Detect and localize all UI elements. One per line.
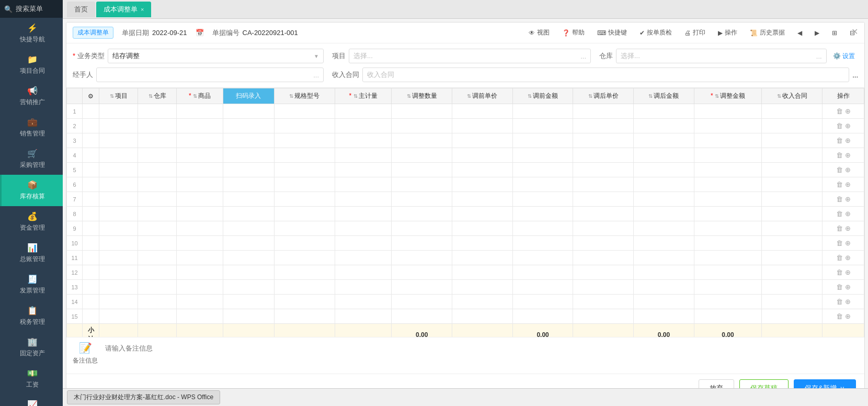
cell-warehouse-3[interactable] xyxy=(138,133,177,148)
cell-before_price-13[interactable] xyxy=(452,280,513,295)
settings-btn[interactable]: ⚙️ 设置 xyxy=(830,50,858,62)
cell-qty-11[interactable] xyxy=(392,251,452,265)
cell-spec-13[interactable] xyxy=(274,280,335,295)
cell-action-7[interactable]: 🗑⊕ xyxy=(823,192,864,207)
delete-icon-8[interactable]: 🗑 xyxy=(836,210,843,218)
project-input[interactable]: 选择... ... xyxy=(349,49,591,63)
cell-adjust_amount-3[interactable] xyxy=(694,133,762,148)
cell-after_amount-7[interactable] xyxy=(634,192,694,207)
delete-icon-13[interactable]: 🗑 xyxy=(836,283,843,291)
cell-product-1[interactable] xyxy=(177,104,223,119)
sidebar-item-purchase-mgmt[interactable]: 🛒采购管理 xyxy=(0,143,63,175)
cell-scan-3[interactable] xyxy=(223,133,274,148)
business-type-input[interactable]: 结存调整 ▼ xyxy=(108,49,324,63)
cell-income_contract-1[interactable] xyxy=(762,104,823,119)
cell-warehouse-6[interactable] xyxy=(138,177,177,192)
cell-product-12[interactable] xyxy=(177,265,223,280)
cell-unit-7[interactable] xyxy=(335,192,392,207)
cell-action-12[interactable]: 🗑⊕ xyxy=(823,265,864,280)
cell-before_amount-6[interactable] xyxy=(512,177,573,192)
cell-action-3[interactable]: 🗑⊕ xyxy=(823,133,864,148)
cell-scan-6[interactable] xyxy=(223,177,274,192)
cell-before_amount-9[interactable] xyxy=(512,221,573,236)
cell-action-4[interactable]: 🗑⊕ xyxy=(823,148,864,163)
delete-icon-5[interactable]: 🗑 xyxy=(836,166,843,174)
copy-icon-3[interactable]: ⊕ xyxy=(845,137,851,144)
cell-action-11[interactable]: 🗑⊕ xyxy=(823,251,864,265)
sidebar-item-fixed-assets[interactable]: 🏢固定资产 xyxy=(0,332,63,363)
cell-income_contract-9[interactable] xyxy=(762,221,823,236)
cell-adjust_amount-2[interactable] xyxy=(694,119,762,133)
cell-before_price-2[interactable] xyxy=(452,119,513,133)
cell-after_price-8[interactable] xyxy=(573,207,634,221)
cell-before_amount-2[interactable] xyxy=(512,119,573,133)
cell-income_contract-2[interactable] xyxy=(762,119,823,133)
cell-unit-10[interactable] xyxy=(335,236,392,251)
sidebar-item-operations[interactable]: 📈经营管理 xyxy=(0,394,63,406)
cell-project-5[interactable] xyxy=(99,163,138,177)
cell-warehouse-9[interactable] xyxy=(138,221,177,236)
cell-after_price-10[interactable] xyxy=(573,236,634,251)
delete-icon-2[interactable]: 🗑 xyxy=(836,122,843,130)
cell-scan-15[interactable] xyxy=(223,309,274,324)
cell-product-2[interactable] xyxy=(177,119,223,133)
cell-before_price-14[interactable] xyxy=(452,295,513,309)
cell-adjust_amount-8[interactable] xyxy=(694,207,762,221)
toolbar-nav-next[interactable]: ▶ xyxy=(812,28,823,38)
cell-qty-8[interactable] xyxy=(392,207,452,221)
cell-spec-11[interactable] xyxy=(274,251,335,265)
cell-after_amount-9[interactable] xyxy=(634,221,694,236)
sidebar-item-tax[interactable]: 📋税务管理 xyxy=(0,300,63,332)
taskbar-item[interactable]: 木门行业好业财处理方案-墓红红.doc - WPS Office xyxy=(67,390,220,404)
cell-unit-2[interactable] xyxy=(335,119,392,133)
notes-input[interactable] xyxy=(103,342,858,362)
cell-spec-8[interactable] xyxy=(274,207,335,221)
cell-action-10[interactable]: 🗑⊕ xyxy=(823,236,864,251)
cell-warehouse-11[interactable] xyxy=(138,251,177,265)
cell-after_amount-4[interactable] xyxy=(634,148,694,163)
cell-income_contract-8[interactable] xyxy=(762,207,823,221)
cell-income_contract-7[interactable] xyxy=(762,192,823,207)
cell-warehouse-4[interactable] xyxy=(138,148,177,163)
copy-icon-15[interactable]: ⊕ xyxy=(845,312,851,320)
toolbar-nav-prev[interactable]: ◀ xyxy=(794,28,805,38)
copy-icon-4[interactable]: ⊕ xyxy=(845,151,851,159)
cell-qty-13[interactable] xyxy=(392,280,452,295)
cell-product-4[interactable] xyxy=(177,148,223,163)
cell-before_price-10[interactable] xyxy=(452,236,513,251)
cell-project-15[interactable] xyxy=(99,309,138,324)
cell-after_amount-2[interactable] xyxy=(634,119,694,133)
cell-scan-13[interactable] xyxy=(223,280,274,295)
delete-icon-15[interactable]: 🗑 xyxy=(836,312,843,320)
copy-icon-9[interactable]: ⊕ xyxy=(845,224,851,232)
tab-close-icon[interactable]: × xyxy=(141,6,144,13)
cell-spec-12[interactable] xyxy=(274,265,335,280)
cell-before_amount-7[interactable] xyxy=(512,192,573,207)
cell-product-3[interactable] xyxy=(177,133,223,148)
toolbar-expand[interactable]: ⊞ xyxy=(829,28,840,38)
cell-product-15[interactable] xyxy=(177,309,223,324)
cell-adjust_amount-10[interactable] xyxy=(694,236,762,251)
cell-unit-1[interactable] xyxy=(335,104,392,119)
cell-unit-4[interactable] xyxy=(335,148,392,163)
cell-product-8[interactable] xyxy=(177,207,223,221)
col-settings[interactable]: ⚙ xyxy=(83,88,99,104)
cell-scan-8[interactable] xyxy=(223,207,274,221)
cell-scan-10[interactable] xyxy=(223,236,274,251)
cell-before_price-1[interactable] xyxy=(452,104,513,119)
cell-after_price-12[interactable] xyxy=(573,265,634,280)
cell-spec-4[interactable] xyxy=(274,148,335,163)
cell-before_price-9[interactable] xyxy=(452,221,513,236)
cell-adjust_amount-4[interactable] xyxy=(694,148,762,163)
cell-qty-15[interactable] xyxy=(392,309,452,324)
sidebar-item-payroll[interactable]: 💵工资 xyxy=(0,363,63,394)
cell-product-7[interactable] xyxy=(177,192,223,207)
delete-icon-11[interactable]: 🗑 xyxy=(836,254,843,262)
delete-icon-4[interactable]: 🗑 xyxy=(836,151,843,159)
notes-label[interactable]: 📝 备注信息 xyxy=(73,342,98,365)
cell-scan-14[interactable] xyxy=(223,295,274,309)
delete-icon-14[interactable]: 🗑 xyxy=(836,298,843,306)
cell-action-5[interactable]: 🗑⊕ xyxy=(823,163,864,177)
cell-income_contract-6[interactable] xyxy=(762,177,823,192)
cell-income_contract-15[interactable] xyxy=(762,309,823,324)
